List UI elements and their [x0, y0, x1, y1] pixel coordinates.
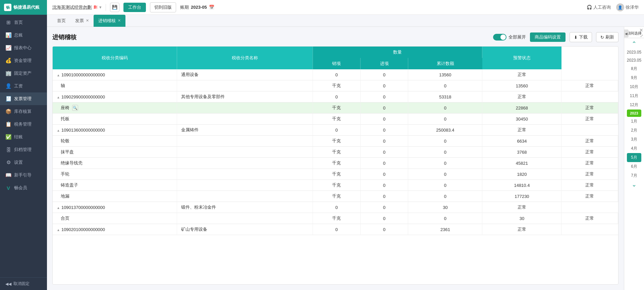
td-item-sales: 0: [361, 191, 408, 202]
period-item[interactable]: 9月: [627, 73, 641, 82]
user-avatar: 👤: [616, 3, 624, 11]
td-total: 250083.4: [408, 125, 482, 136]
refresh-button[interactable]: ↻ 刷新: [596, 32, 619, 42]
sidebar-item-archive[interactable]: 🗄 归档管理: [0, 143, 47, 156]
period-item[interactable]: 8月: [627, 64, 641, 73]
period-item[interactable]: 2023.05: [627, 56, 641, 64]
table-row: 托板 千克 0 0 30450 正常: [53, 114, 618, 125]
invoice-icon: 🧾: [5, 96, 11, 102]
td-total: 53318: [408, 91, 482, 102]
toggle-switch[interactable]: [493, 34, 506, 41]
tab-home[interactable]: 首页: [52, 15, 70, 27]
period-item[interactable]: 2023: [627, 110, 641, 117]
td-item-sales: 0: [361, 147, 408, 158]
sidebar-item-ledger[interactable]: 📊 总账: [0, 29, 47, 42]
save-button[interactable]: 💾: [110, 3, 119, 12]
td-item-name: 座椅 🔍: [53, 102, 177, 113]
page-actions: 全部展开 商品编码设置 ⬇ 下载 ↻ 刷新: [493, 32, 619, 42]
sidebar-item-reports[interactable]: 📈 报表中心: [0, 42, 47, 54]
td-item-status: 正常: [561, 169, 618, 180]
expand-icon[interactable]: ▲: [57, 206, 60, 210]
sidebar-item-inventory[interactable]: 📦 库存核算: [0, 105, 47, 118]
td-item-category: [177, 147, 313, 158]
td-item-total: 3768: [482, 147, 561, 158]
period-item[interactable]: 10月: [627, 82, 641, 91]
period-item[interactable]: 2023.05: [627, 48, 641, 56]
period-item[interactable]: 6月: [627, 162, 641, 171]
td-item-unit: 千克: [313, 180, 360, 191]
period-scroll-up[interactable]: ⌃: [627, 40, 641, 48]
td-item-purchase: 0: [408, 147, 482, 158]
switch-version-button[interactable]: 切到旧版: [150, 2, 176, 12]
td-item-status: 正常: [561, 213, 618, 224]
th-tax-name: 税收分类名称: [177, 47, 313, 69]
sidebar-item-home[interactable]: ⊞ 首页: [0, 16, 47, 29]
tab-invoice[interactable]: 发票 ✕: [70, 15, 94, 27]
sidebar-item-guide[interactable]: 📖 新手引导: [0, 169, 47, 182]
expand-icon[interactable]: ▲: [57, 228, 60, 232]
period-item[interactable]: 11月: [627, 91, 641, 100]
period-item[interactable]: 12月: [627, 100, 641, 110]
period-item[interactable]: 4月: [627, 144, 641, 153]
table-row: 轮毂 千克 0 0 6634 正常: [53, 136, 618, 147]
download-button[interactable]: ⬇ 下载: [570, 32, 592, 42]
workspace-button[interactable]: 工作台: [123, 3, 146, 12]
app-logo: 畅 畅捷通易代账: [0, 0, 47, 15]
close-period-icon: ✅: [5, 134, 11, 140]
expand-toggle[interactable]: 全部展开: [493, 34, 526, 41]
period-item[interactable]: 7月: [627, 171, 641, 180]
tab-invoice-close[interactable]: ✕: [86, 18, 89, 23]
close-panel-button[interactable]: ✕: [639, 27, 643, 33]
right-panel: ✕ ⤢ ◀ 期间选择 ⌃2023.052023.058月9月10月11月12月2…: [624, 27, 644, 290]
sidebar-item-tax[interactable]: 📋 税务管理: [0, 118, 47, 131]
period-scroll-down[interactable]: ⌄: [627, 180, 641, 189]
company-selector[interactable]: 沈海英测试经营勿删 删 ▾: [52, 4, 102, 10]
td-code: ▲109020100000000000: [53, 224, 177, 235]
sidebar-item-assets[interactable]: 🏢 固定资产: [0, 67, 47, 80]
expand-panel-button[interactable]: ⤢: [640, 33, 643, 38]
item-search-icon[interactable]: 🔍: [72, 105, 78, 111]
td-item-status: 正常: [561, 158, 618, 169]
table-row: 铸造盖子 千克 0 0 14810.4 正常: [53, 180, 618, 191]
sidebar-item-payroll[interactable]: 👤 工资: [0, 80, 47, 92]
period-label: 账期: [180, 4, 189, 10]
collapse-panel-button[interactable]: ◀: [624, 29, 629, 38]
td-item-sales: 0: [361, 136, 408, 147]
td-item-total: 177230: [482, 191, 561, 202]
expand-icon[interactable]: ▲: [57, 95, 60, 99]
sidebar-item-funds[interactable]: 💰 资金管理: [0, 54, 47, 67]
period-item[interactable]: 1月: [627, 117, 641, 126]
sidebar-item-settings[interactable]: ⚙ 设置: [0, 156, 47, 169]
expand-icon[interactable]: ▲: [57, 73, 60, 77]
td-item-name: 合页: [53, 213, 177, 224]
td-item-total: 30450: [482, 114, 561, 125]
sidebar-item-member[interactable]: V 畅会员: [0, 182, 47, 194]
td-item-category: [177, 191, 313, 202]
download-label: 下载: [579, 34, 588, 40]
table-row: 座椅 🔍 千克 0 0 22868 正常: [53, 102, 618, 114]
td-item-category: [177, 180, 313, 191]
sidebar-item-invoice[interactable]: 🧾 发票管理: [0, 92, 47, 105]
period-item[interactable]: 2月: [627, 126, 641, 135]
item-name-text: 座椅: [61, 105, 69, 111]
tab-reconcile[interactable]: 进销稽核 ✕: [94, 15, 125, 27]
logo-text: 畅捷通易代账: [13, 4, 40, 10]
tab-reconcile-close[interactable]: ✕: [118, 18, 121, 23]
sidebar-item-close[interactable]: ✅ 结账: [0, 131, 47, 143]
refresh-icon: ↻: [600, 35, 604, 40]
product-code-button[interactable]: 商品编码设置: [530, 32, 566, 42]
expand-icon[interactable]: ▲: [57, 129, 60, 132]
calendar-icon[interactable]: 📅: [209, 5, 214, 10]
support-button[interactable]: 🎧 人工咨询: [587, 4, 611, 10]
sidebar-item-label: 固定资产: [14, 70, 32, 76]
td-sales: 0: [313, 125, 360, 136]
member-icon: V: [5, 185, 11, 191]
period-item[interactable]: 3月: [627, 135, 641, 144]
td-item-unit: 千克: [313, 169, 360, 180]
period-value: 2023-05: [191, 5, 207, 10]
sidebar-footer-unpin[interactable]: ◀◀ 取消固定: [0, 277, 47, 290]
td-item-sales: 0: [361, 102, 408, 114]
td-name: 锻件、粉末冶金件: [177, 202, 313, 213]
user-menu[interactable]: 👤 徐泽华: [616, 3, 639, 11]
period-item[interactable]: 5月: [627, 153, 641, 162]
